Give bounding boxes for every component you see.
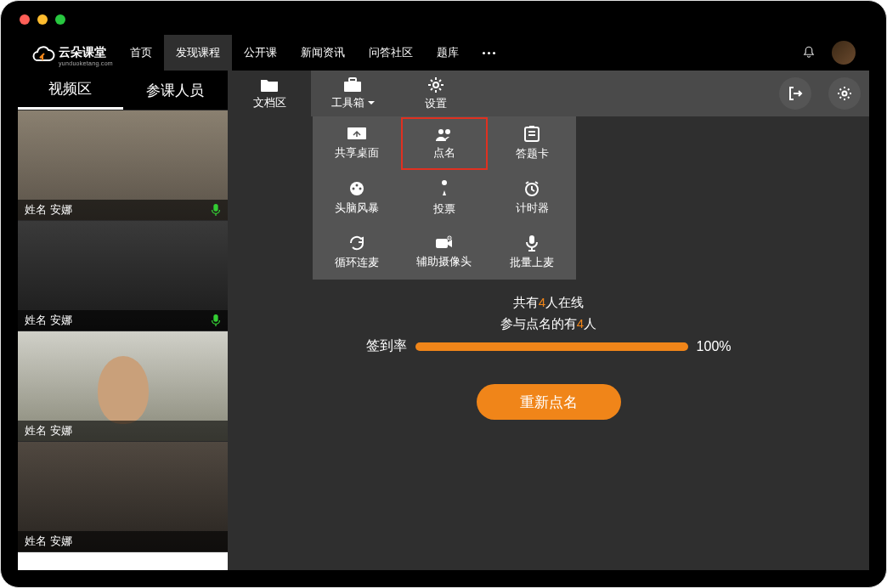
menu-label: 计时器 [516,201,549,216]
cloud-icon [30,43,55,62]
svg-point-13 [359,188,361,190]
svg-point-11 [350,182,364,195]
menu-label: 投票 [433,201,455,217]
maximize-dot[interactable] [55,14,65,25]
top-nav: 云朵课堂 yunduoketang.com 首页 发现课程 公开课 新闻资讯 问… [18,35,869,71]
nav-qa[interactable]: 问答社区 [357,35,425,71]
attend-count: 4 [577,316,584,331]
menu-label: 批量上麦 [510,255,554,270]
svg-rect-10 [529,126,534,128]
menu-aux-camera[interactable]: 辅助摄像头 [400,225,488,280]
attend-line: 参与点名的有4人 [500,316,596,332]
participant-name: 安娜 [50,314,72,326]
svg-rect-0 [213,204,218,212]
tab-attendees[interactable]: 参课人员 [123,71,229,110]
menu-label: 答题卡 [516,146,549,161]
participant-tile[interactable]: 姓名 安娜 [18,110,228,220]
rate-pct: 100% [697,339,732,354]
exit-icon [788,86,803,101]
menu-label: 头脑风暴 [335,201,379,216]
mic-up-icon [525,235,539,252]
nav-news[interactable]: 新闻资讯 [289,35,357,71]
main-area: 文档区 工具箱 设置 [228,71,869,570]
svg-point-7 [438,129,444,134]
exit-button[interactable] [779,77,811,110]
window-controls [20,14,65,25]
rate-row: 签到率 100% [366,337,732,355]
svg-point-8 [445,129,450,134]
participant-tile[interactable]: 姓名 安娜 [18,441,228,551]
toolbox-button[interactable]: 工具箱 [311,71,394,116]
menu-label: 点名 [433,145,455,161]
gear-icon [427,76,444,93]
clock-icon [523,180,540,197]
camera-icon [435,235,454,251]
menu-rollcall[interactable]: 点名 [400,116,488,171]
nav-links: 首页 发现课程 公开课 新闻资讯 问答社区 题库 [118,35,507,71]
participant-tile-empty [18,551,228,570]
tab-video[interactable]: 视频区 [18,71,123,110]
menu-share-screen[interactable]: 共享桌面 [313,116,400,171]
nav-discover[interactable]: 发现课程 [164,35,232,71]
participant-name: 安娜 [50,424,72,437]
mic-icon [211,314,221,327]
minimize-dot[interactable] [37,14,48,25]
close-dot[interactable] [20,14,30,25]
svg-rect-1 [213,314,218,322]
svg-rect-3 [349,78,356,82]
main-toolbar: 文档区 工具箱 设置 [228,71,869,116]
user-avatar[interactable] [832,41,856,65]
nav-home[interactable]: 首页 [118,35,164,71]
participant-name: 安娜 [50,534,72,547]
card-icon [523,126,540,143]
menu-answer-card[interactable]: 答题卡 [489,116,576,171]
nav-open[interactable]: 公开课 [232,35,289,71]
brand-logo[interactable]: 云朵课堂 yunduoketang.com [30,43,106,62]
screen-share-icon [347,127,367,142]
toolbox-label: 工具箱 [331,95,375,110]
menu-brainstorm[interactable]: 头脑风暴 [313,171,400,225]
folder-icon [260,77,279,93]
online-line: 共有4人在线 [513,295,584,311]
video-sidebar: 视频区 参课人员 姓名 安娜 姓名 安娜 [18,71,228,570]
name-prefix: 姓名 [25,203,47,216]
config-button[interactable] [828,77,861,110]
rate-bar [415,342,688,351]
menu-batch-mic[interactable]: 批量上麦 [489,225,576,280]
settings-label: 设置 [425,96,447,111]
toolbox-popup: 共享桌面 点名 答题卡 头脑风暴 [313,116,576,280]
film-icon [348,180,365,197]
briefcase-icon [343,77,362,93]
name-prefix: 姓名 [25,534,47,547]
name-prefix: 姓名 [25,314,47,326]
svg-point-12 [352,188,354,190]
brand-name: 云朵课堂 [59,45,106,60]
svg-rect-17 [436,239,448,248]
gear-icon [837,86,852,101]
nav-bank[interactable]: 题库 [425,35,471,71]
menu-vote[interactable]: 投票 [400,171,488,225]
svg-point-15 [442,180,447,185]
doc-area-button[interactable]: 文档区 [228,71,311,116]
name-prefix: 姓名 [25,424,47,437]
menu-timer[interactable]: 计时器 [489,171,576,225]
nav-more-icon[interactable] [471,52,507,54]
settings-button[interactable]: 设置 [394,71,477,116]
svg-point-4 [433,82,438,88]
re-rollcall-button[interactable]: 重新点名 [477,384,621,420]
participant-tile[interactable]: 姓名 安娜 [18,220,228,331]
menu-label: 共享桌面 [335,145,379,161]
svg-point-5 [843,92,847,96]
menu-label: 循环连麦 [335,255,379,270]
vote-icon [437,179,452,198]
people-icon [434,127,455,142]
doc-label: 文档区 [253,95,286,110]
mic-icon [211,203,221,217]
rate-label: 签到率 [366,337,407,355]
svg-rect-2 [344,82,361,92]
menu-cycle-mic[interactable]: 循环连麦 [313,225,400,280]
bell-icon[interactable] [801,45,816,60]
participant-tile[interactable]: 姓名 安娜 [18,331,228,441]
menu-label: 辅助摄像头 [416,254,472,269]
svg-point-14 [355,184,358,187]
